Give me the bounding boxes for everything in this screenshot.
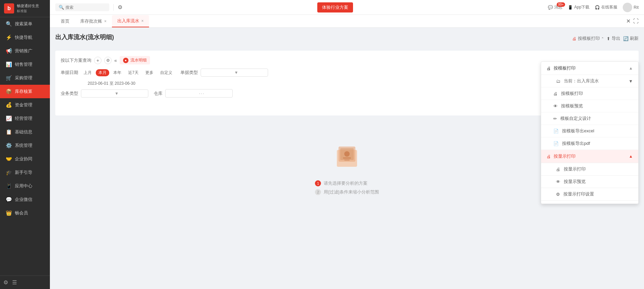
sidebar-item-label: 资金管理: [15, 102, 32, 108]
dropdown-template-excel-item[interactable]: 📄 按模板导出excel: [541, 125, 638, 137]
tab-bar: 首页 库存批次账 × 出入库流水 × ✕ ⛶: [50, 15, 644, 28]
main-area: 🔍 ⚙ 体验行业方案 💬 消息 99+ 📱 App下载 🎧 在线客服 Rit: [50, 0, 644, 289]
sidebar-item-cooperation[interactable]: 🤝 企业协同: [0, 152, 50, 166]
tab-inventory-batch-close[interactable]: ×: [104, 19, 107, 24]
filter-tag: ● 流水明细: [120, 56, 150, 64]
sidebar-item-sales[interactable]: 📊 销售管理: [0, 58, 50, 71]
collapse-sidebar-icon[interactable]: ☰: [12, 279, 17, 286]
tab-home[interactable]: 首页: [55, 16, 75, 27]
tab-inventory-batch[interactable]: 库存批次账 ×: [75, 16, 112, 27]
template-print-button[interactable]: 🖨 按模板打印 ⌃: [572, 35, 604, 42]
dropdown-display-print-item[interactable]: 🖨 按显示打印: [541, 163, 638, 176]
svg-rect-5: [344, 159, 350, 161]
sidebar-item-system[interactable]: ⚙️ 系统管理: [0, 139, 50, 152]
sidebar-item-finance[interactable]: 💰 资金管理: [0, 98, 50, 112]
sidebar-item-label: 快捷导航: [15, 34, 32, 41]
sidebar-item-inventory[interactable]: 📦 库存核算: [0, 85, 50, 98]
refresh-label: 刷新: [630, 35, 639, 42]
warehouse-label: 仓库: [154, 90, 163, 97]
dropdown-display-settings-item[interactable]: ⚙ 按显示打印设置: [541, 188, 638, 201]
date-option-this-year[interactable]: 本年: [111, 69, 124, 76]
doc-type-select[interactable]: ▼: [201, 69, 268, 77]
header-divider: [113, 4, 114, 11]
sidebar-item-quick-nav[interactable]: ⚡ 快捷导航: [0, 31, 50, 44]
sidebar-logo: b 畅捷通好生意 标准版: [0, 0, 50, 17]
dropdown-current-item[interactable]: 🗂 当前：出入库流水 ▼: [541, 75, 638, 87]
sidebar-item-label: 库存核算: [15, 88, 32, 95]
dropdown-display-title-label: 按显示打印: [554, 153, 576, 159]
business-type-select[interactable]: ▼: [81, 89, 148, 98]
app-download-button[interactable]: 📱 App下载: [568, 4, 589, 10]
template-design-icon: ✏: [553, 116, 557, 121]
action-bar: 🖨 按模板打印 ⌃ ⬆ 导出 🔄 刷新: [572, 35, 639, 42]
search-icon: 🔍: [5, 21, 12, 27]
dropdown-template-print-header[interactable]: 🖨 按模板打印 ▲: [541, 62, 638, 75]
headset-icon: 🎧: [595, 5, 600, 10]
dropdown-display-excel-item[interactable]: 📄 按显示导出excel: [541, 201, 638, 204]
app-center-icon: 📱: [5, 183, 12, 189]
refresh-button[interactable]: 🔄 刷新: [623, 35, 639, 42]
warehouse-select[interactable]: ···: [165, 89, 233, 98]
date-option-last-month[interactable]: 上月: [81, 69, 94, 76]
step-2-label: 用[过滤]条件来缩小分析范围: [324, 189, 379, 195]
message-badge: 99+: [557, 2, 565, 7]
app-download-label: App下载: [574, 4, 589, 10]
date-option-more[interactable]: 更多: [143, 69, 156, 76]
business-type-arrow: ▼: [115, 91, 145, 96]
user-avatar-button[interactable]: Rit: [623, 3, 639, 12]
dropdown-template-pdf-item[interactable]: 📄 按模板导出pdf: [541, 137, 638, 150]
sidebar-item-label: 采购管理: [15, 75, 32, 81]
filter-collapse-button[interactable]: «: [114, 58, 117, 63]
sidebar-bottom: ⚙ ☰: [0, 275, 50, 289]
current-doc-icon: 🗂: [556, 79, 560, 84]
sidebar: b 畅捷通好生意 标准版 🔍 搜索菜单 ⚡ 快捷导航 📢 营销推广 📊 销售管理…: [0, 0, 50, 289]
doc-type-label: 单据类型: [180, 70, 198, 76]
sidebar-item-basic[interactable]: 📋 基础信息: [0, 125, 50, 139]
tab-inventory-flow[interactable]: 出入库流水 ×: [112, 15, 149, 27]
tab-inventory-batch-label: 库存批次账: [80, 18, 102, 24]
sidebar-item-newbie[interactable]: 🎓 新手引导: [0, 166, 50, 179]
dropdown-display-print-header[interactable]: 🖨 按显示打印 ▲: [541, 150, 638, 163]
dropdown-display-preview-item[interactable]: 👁 按显示预览: [541, 176, 638, 188]
search-input[interactable]: [65, 5, 106, 10]
filter-tag-icon: ●: [123, 58, 128, 63]
system-icon: ⚙️: [5, 142, 12, 149]
tab-inventory-flow-close[interactable]: ×: [141, 19, 144, 23]
wechat-icon: 💬: [5, 196, 12, 203]
template-preview-label: 按模板预览: [561, 103, 583, 109]
dropdown-template-design-item[interactable]: ✏ 模板自定义设计: [541, 112, 638, 125]
sidebar-item-marketing[interactable]: 📢 营销推广: [0, 44, 50, 58]
dropdown-scroll-area: 🖨 按模板打印 ▲ 🗂 当前：出入库流水 ▼ 🖨 按模板打印 👁 按模板预览: [541, 62, 638, 204]
date-options: 上月 本月 本年 近7天 更多 自定义: [81, 69, 175, 76]
online-service-button[interactable]: 🎧 在线客服: [595, 4, 617, 10]
date-option-this-month[interactable]: 本月: [96, 69, 109, 76]
date-option-custom[interactable]: 自定义: [157, 69, 175, 76]
export-button[interactable]: ⬆ 导出: [607, 35, 620, 42]
settings-bottom-icon[interactable]: ⚙: [3, 279, 8, 286]
sidebar-item-operation[interactable]: 📈 经营管理: [0, 112, 50, 125]
sidebar-item-app-center[interactable]: 📱 应用中心: [0, 179, 50, 193]
filter-settings-button[interactable]: ⚙: [104, 57, 112, 64]
date-option-7-days[interactable]: 近7天: [125, 69, 141, 76]
dropdown-template-preview-item[interactable]: 👁 按模板预览: [541, 100, 638, 112]
header-search-box[interactable]: 🔍: [55, 3, 109, 11]
tab-home-label: 首页: [61, 18, 69, 24]
dropdown-current-label: 当前：出入库流水: [564, 78, 599, 84]
sidebar-item-search[interactable]: 🔍 搜索菜单: [0, 17, 50, 31]
sidebar-item-label: 经营管理: [15, 115, 32, 122]
sidebar-item-purchase[interactable]: 🛒 采购管理: [0, 71, 50, 85]
maximize-tab-button[interactable]: ⛶: [633, 18, 639, 24]
gear-icon[interactable]: ⚙: [118, 4, 122, 10]
close-tab-button[interactable]: ✕: [626, 18, 631, 24]
sidebar-item-vip[interactable]: 👑 畅会员: [0, 206, 50, 220]
filter-add-button[interactable]: +: [94, 57, 101, 64]
message-button[interactable]: 💬 消息 99+: [548, 4, 562, 10]
display-print-item-icon: 🖨: [556, 167, 560, 172]
dropdown-template-print-item[interactable]: 🖨 按模板打印: [541, 87, 638, 100]
sidebar-item-wechat[interactable]: 💬 企业微信: [0, 193, 50, 206]
user-name: Rit: [634, 5, 639, 10]
quick-nav-icon: ⚡: [5, 34, 12, 41]
business-type-field: 业务类型 ▼: [61, 89, 148, 98]
trial-button[interactable]: 体验行业方案: [317, 2, 353, 12]
sidebar-item-label: 系统管理: [15, 142, 32, 149]
